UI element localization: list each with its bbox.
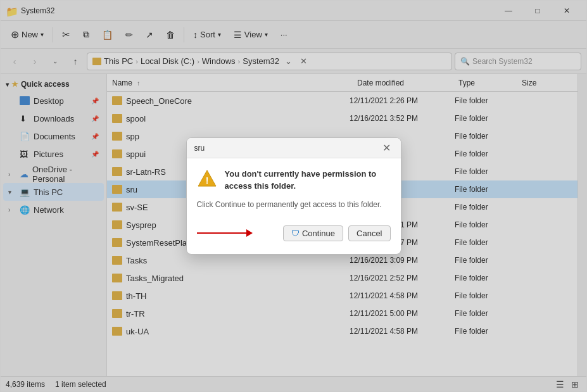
cancel-button[interactable]: Cancel — [348, 225, 390, 241]
dialog-subtext: Click Continue to permanently get access… — [197, 199, 391, 210]
permission-dialog: sru ✕ ! You don't currently have permiss… — [186, 137, 401, 254]
dialog-body: ! You don't currently have permission to… — [187, 158, 401, 253]
arrow-indicator — [197, 232, 278, 234]
svg-text:!: ! — [205, 175, 208, 186]
dialog-text-block: You don't currently have permission to a… — [225, 168, 391, 191]
dialog-warning-row: ! You don't currently have permission to… — [197, 168, 391, 191]
shield-icon: 🛡 — [291, 229, 300, 238]
dialog-heading: You don't currently have permission to a… — [225, 168, 391, 191]
dialog-titlebar: sru ✕ — [187, 138, 401, 158]
dialog-close-button[interactable]: ✕ — [381, 142, 393, 155]
dialog-button-row: 🛡 Continue Cancel — [197, 220, 391, 249]
dialog-overlay: sru ✕ ! You don't currently have permiss… — [1, 1, 586, 391]
warning-icon: ! — [197, 168, 217, 189]
dialog-title: sru — [194, 144, 205, 153]
continue-button[interactable]: 🛡 Continue — [283, 225, 343, 241]
explorer-window: 📁 System32 — □ ✕ ⊕ New ▾ ✂ ⧉ 📋 ✏ ↗ — [0, 0, 587, 392]
red-arrow — [197, 232, 248, 234]
